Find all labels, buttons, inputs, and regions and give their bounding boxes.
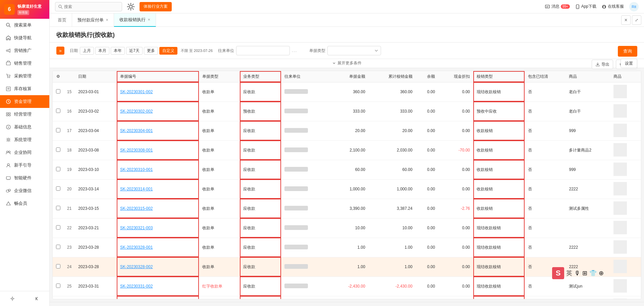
th-include-settled[interactable]: 包含已结清 <box>525 71 566 82</box>
tab-home[interactable]: 首页 <box>52 13 72 27</box>
th-biz-type[interactable]: 业务类型 <box>240 71 281 82</box>
sidebar-item-finance[interactable]: 资金管理 <box>0 95 49 108</box>
td-docno[interactable]: SK-20230403-002 <box>117 296 199 299</box>
topbar-search-box[interactable] <box>55 2 122 11</box>
td-docno[interactable]: SK-20230315-002 <box>117 199 199 218</box>
sidebar-item-management[interactable]: 经营管理 <box>0 108 49 121</box>
td-docno[interactable]: SK-20230302-002 <box>117 102 199 121</box>
docno-link[interactable]: SK-20230328-001 <box>120 245 153 250</box>
filter-date-this-year[interactable]: 本年 <box>111 47 125 55</box>
row-checkbox[interactable] <box>56 109 60 113</box>
table-row[interactable]: 15 2023-03-01 SK-20230301-002 收款单 应收款 36… <box>53 82 641 102</box>
row-checkbox[interactable] <box>56 147 60 152</box>
filter-unit-input[interactable] <box>236 46 290 55</box>
table-row[interactable]: 26 2023-04-03 SK-20230403-002 收款单 预收款 20… <box>53 296 641 299</box>
topbar-search-input[interactable] <box>64 4 111 9</box>
th-cumulative[interactable]: 累计核销金额 <box>369 71 416 82</box>
table-row[interactable]: 22 2023-03-21 SK-20230321-003 收款单 应收款 10… <box>53 218 641 238</box>
td-docno[interactable]: SK-20230328-001 <box>117 238 199 257</box>
row-checkbox[interactable] <box>56 245 60 249</box>
filter-date-last-7[interactable]: 近7天 <box>126 47 143 55</box>
query-button[interactable]: 查询 <box>618 46 637 57</box>
th-goods2[interactable]: 商品 <box>610 71 641 82</box>
setting-button[interactable]: 设置 <box>621 59 637 68</box>
table-row[interactable]: 20 2023-03-14 SK-20230314-001 收款单 应收款 1,… <box>53 179 641 199</box>
sidebar-item-sales[interactable]: 销售管理 <box>0 57 49 70</box>
sidebar-item-wechat[interactable]: 企业微信 <box>0 184 49 197</box>
th-cash-discount[interactable]: 现金折扣 <box>438 71 473 82</box>
sidebar-item-member[interactable]: 畅会员 <box>0 197 49 210</box>
td-checkbox[interactable] <box>53 296 64 299</box>
td-checkbox[interactable] <box>53 160 64 179</box>
sidebar-item-collab[interactable]: 企业协同 <box>0 146 49 159</box>
app-download-button[interactable]: App下载 <box>575 4 596 9</box>
table-row[interactable]: 23 2023-03-28 SK-20230328-001 收款单 应收款 1.… <box>53 238 641 257</box>
td-docno[interactable]: SK-20230301-002 <box>117 82 199 102</box>
tab-close-prepayment[interactable]: ✕ <box>106 18 108 22</box>
industry-solution-button[interactable]: 体验行业方案 <box>140 2 172 11</box>
sidebar-item-inventory[interactable]: 库存核算 <box>0 82 49 95</box>
td-checkbox[interactable] <box>53 199 64 218</box>
online-service-button[interactable]: 在线客服 <box>602 4 624 9</box>
row-checkbox[interactable] <box>56 167 60 171</box>
tab-prepayment[interactable]: 预付款应付单 ✕ <box>72 13 114 27</box>
sidebar-settings-icon[interactable] <box>8 294 17 303</box>
row-checkbox[interactable] <box>56 89 60 94</box>
sidebar-item-nav[interactable]: 快捷导航 <box>0 32 49 44</box>
th-bill-type[interactable]: 单据类型 <box>199 71 240 82</box>
row-checkbox[interactable] <box>56 206 60 210</box>
row-checkbox[interactable] <box>56 186 60 191</box>
sidebar-collapse-icon[interactable] <box>32 294 42 303</box>
table-row[interactable]: 19 2023-03-10 SK-20230310-001 收款单 应收款 60… <box>53 160 641 179</box>
docno-link[interactable]: SK-20230331-002 <box>120 284 153 289</box>
tab-close-collection[interactable]: ✕ <box>148 18 150 21</box>
th-goods[interactable]: 商品 <box>566 71 610 82</box>
th-cancel-type[interactable]: 核销类型 <box>473 71 525 82</box>
user-avatar[interactable]: Rit <box>629 2 639 11</box>
th-amount[interactable]: 单据金额 <box>332 71 369 82</box>
filter-date-this-month[interactable]: 本月 <box>95 47 109 55</box>
tab-collection[interactable]: 收款核销执行 ✕ <box>114 13 156 27</box>
tab-close-all-button[interactable]: ✕ <box>621 15 631 25</box>
td-docno[interactable]: SK-20230321-003 <box>117 218 199 238</box>
export-button[interactable]: 导出 <box>592 60 613 69</box>
sidebar-item-guide[interactable]: 新手引导 <box>0 159 49 172</box>
table-row[interactable]: 16 2023-03-02 SK-20230302-002 收款单 预收款 33… <box>53 102 641 121</box>
messages-button[interactable]: 消息 99+ <box>545 4 570 9</box>
docno-link[interactable]: SK-20230302-002 <box>120 109 153 114</box>
table-row[interactable]: 17 2023-03-04 SK-20230304-001 收款单 应收款 20… <box>53 121 641 140</box>
docno-link[interactable]: SK-20230328-002 <box>120 264 153 269</box>
row-checkbox[interactable] <box>56 264 60 268</box>
table-row[interactable]: 25 2023-03-31 SK-20230331-002 红字收款单 应收款 … <box>53 277 641 296</box>
filter-date-more[interactable]: 更多 <box>144 47 158 55</box>
th-unit[interactable]: 往来单位 <box>281 71 332 82</box>
docno-link[interactable]: SK-20230308-001 <box>120 148 153 152</box>
docno-link[interactable]: SK-20230301-002 <box>120 89 153 94</box>
docno-link[interactable]: SK-20230314-001 <box>120 187 153 191</box>
td-checkbox[interactable] <box>53 82 64 102</box>
row-checkbox[interactable] <box>56 225 60 230</box>
sidebar-item-search[interactable]: 搜索菜单 <box>0 19 49 32</box>
table-scrollbar[interactable] <box>50 302 644 306</box>
td-checkbox[interactable] <box>53 218 64 238</box>
table-row[interactable]: 18 2023-03-08 SK-20230308-001 收款单 应收款 2,… <box>53 140 641 160</box>
expand-more-bar[interactable]: 展开更多条件 <box>50 59 644 68</box>
docno-link[interactable]: SK-20230310-001 <box>120 167 153 172</box>
sidebar-item-hardware[interactable]: 智能硬件 <box>0 172 49 184</box>
th-date[interactable]: 日期 <box>75 71 117 82</box>
td-docno[interactable]: SK-20230314-001 <box>117 179 199 199</box>
filter-date-custom[interactable]: 自定义 <box>159 47 177 55</box>
td-docno[interactable]: SK-20230328-002 <box>117 257 199 277</box>
td-checkbox[interactable] <box>53 121 64 140</box>
sidebar-item-purchase[interactable]: 采购管理 <box>0 70 49 82</box>
filter-toggle-button[interactable]: » <box>56 47 64 55</box>
sidebar-item-system[interactable]: 系统管理 <box>0 133 49 146</box>
th-setting[interactable]: ⚙ <box>53 71 64 82</box>
td-checkbox[interactable] <box>53 277 64 296</box>
filter-date-last-month[interactable]: 上月 <box>80 47 94 55</box>
td-docno[interactable]: SK-20230308-001 <box>117 140 199 160</box>
tab-fullscreen-button[interactable]: ⤢ <box>632 15 641 25</box>
row-checkbox[interactable] <box>56 128 60 132</box>
td-docno[interactable]: SK-20230304-001 <box>117 121 199 140</box>
td-checkbox[interactable] <box>53 238 64 257</box>
